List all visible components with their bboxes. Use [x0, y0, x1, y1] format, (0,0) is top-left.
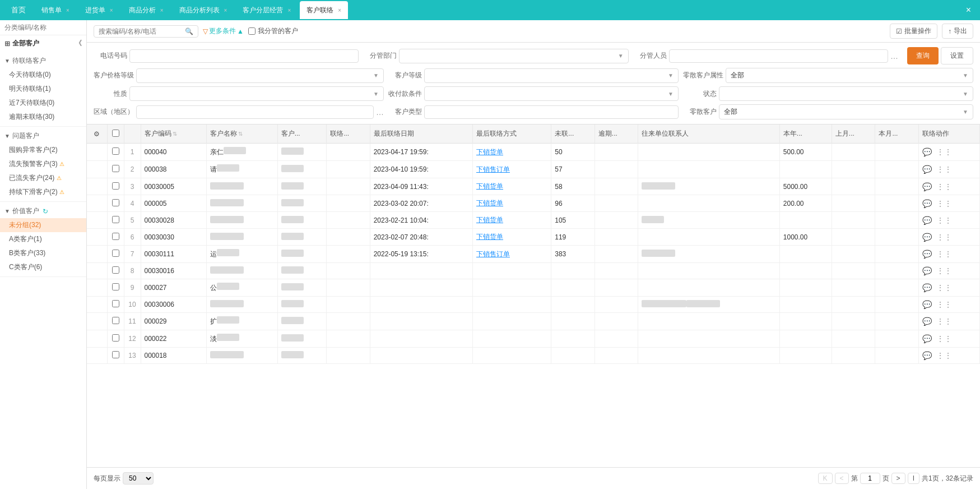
- sidebar-item-7days[interactable]: 近7天待联络(0): [0, 96, 86, 110]
- row-select-checkbox[interactable]: [112, 334, 119, 342]
- last-way-link[interactable]: 下销售订单: [476, 250, 510, 258]
- more-conditions-button[interactable]: ▽ 更多条件 ▲: [203, 26, 244, 36]
- tab-purchase-close[interactable]: ×: [110, 7, 113, 13]
- sidebar-item-declining[interactable]: 持续下滑客户(2) ⚠: [0, 185, 86, 199]
- more-action-icon[interactable]: ⋮⋮: [936, 233, 952, 242]
- next-page-button[interactable]: >: [891, 473, 905, 484]
- more-action-icon[interactable]: ⋮⋮: [936, 351, 952, 360]
- last-page-button[interactable]: I: [908, 473, 919, 484]
- page-number-input[interactable]: [860, 473, 880, 484]
- contact-icon[interactable]: 💬: [922, 266, 932, 275]
- row-checkbox[interactable]: [107, 348, 124, 364]
- contact-icon[interactable]: 💬: [922, 165, 932, 174]
- customer-level-select[interactable]: ▼: [424, 68, 679, 83]
- more-action-icon[interactable]: ⋮⋮: [936, 283, 952, 292]
- col-this-month-header[interactable]: 本月...: [875, 124, 919, 144]
- more-action-icon[interactable]: ⋮⋮: [936, 334, 952, 343]
- contact-icon[interactable]: 💬: [922, 317, 932, 326]
- contact-icon[interactable]: 💬: [922, 233, 932, 242]
- row-select-checkbox[interactable]: [112, 317, 119, 324]
- last-way-link[interactable]: 下销货单: [476, 233, 503, 241]
- row-select-checkbox[interactable]: [112, 300, 119, 307]
- row-checkbox[interactable]: [107, 229, 124, 246]
- row-select-checkbox[interactable]: [112, 165, 119, 172]
- row-select-checkbox[interactable]: [112, 250, 119, 257]
- sidebar-item-churn-warning[interactable]: 流失预警客户(3) ⚠: [0, 157, 86, 171]
- sidebar-search-input[interactable]: [4, 24, 87, 31]
- contact-icon[interactable]: 💬: [922, 351, 932, 360]
- row-checkbox[interactable]: [107, 330, 124, 348]
- contact-icon[interactable]: 💬: [922, 147, 932, 156]
- search-input[interactable]: [99, 27, 183, 35]
- tab-purchase[interactable]: 进货单 ×: [78, 1, 120, 19]
- manager-dots[interactable]: …: [890, 52, 898, 61]
- row-checkbox[interactable]: [107, 313, 124, 330]
- last-way-link[interactable]: 下销货单: [476, 148, 503, 156]
- first-page-button[interactable]: K: [818, 473, 833, 484]
- export-button[interactable]: ↑ 导出: [942, 24, 973, 39]
- col-settings[interactable]: ⚙: [87, 124, 107, 144]
- sidebar-item-overdue[interactable]: 逾期未联络(30): [0, 110, 86, 124]
- batch-operation-button[interactable]: ☑ 批量操作: [890, 24, 937, 39]
- area-dots[interactable]: …: [376, 108, 384, 117]
- last-way-link[interactable]: 下销货单: [476, 182, 503, 190]
- col-overdue-header[interactable]: 逾期...: [594, 124, 638, 144]
- my-customers-checkbox[interactable]: [248, 27, 256, 35]
- col-contact-header[interactable]: 联络...: [327, 124, 370, 144]
- row-select-checkbox[interactable]: [112, 216, 119, 223]
- nav-home[interactable]: 首页: [4, 3, 32, 17]
- more-action-icon[interactable]: ⋮⋮: [936, 216, 952, 225]
- more-action-icon[interactable]: ⋮⋮: [936, 266, 952, 275]
- status-select[interactable]: ▼: [719, 86, 973, 101]
- phone-input[interactable]: [129, 49, 359, 63]
- payment-select[interactable]: ▼: [424, 86, 679, 101]
- col-inter-company-header[interactable]: 往来单位联系人: [638, 124, 779, 144]
- col-no-contact-header[interactable]: 未联...: [551, 124, 595, 144]
- tab-analysis-close[interactable]: ×: [160, 7, 164, 13]
- collapse-icon[interactable]: 《: [75, 39, 82, 48]
- query-button[interactable]: 查询: [907, 47, 939, 64]
- more-action-icon[interactable]: ⋮⋮: [936, 250, 952, 259]
- nature-select[interactable]: ▼: [129, 86, 384, 101]
- sidebar-item-today[interactable]: 今天待联络(0): [0, 68, 86, 82]
- sidebar-item-ungroup[interactable]: 未分组(32): [0, 218, 86, 232]
- contact-icon[interactable]: 💬: [922, 182, 932, 191]
- col-last-date-header[interactable]: 最后联络日期: [370, 124, 472, 144]
- price-level-select[interactable]: ▼: [136, 68, 384, 83]
- row-checkbox[interactable]: [107, 195, 124, 212]
- row-select-checkbox[interactable]: [112, 233, 119, 240]
- contact-icon[interactable]: 💬: [922, 334, 932, 343]
- tab-sales[interactable]: 销售单 ×: [35, 1, 76, 19]
- customer-type-input[interactable]: [424, 105, 679, 119]
- col-type-header[interactable]: 客户...: [277, 124, 326, 144]
- tab-analysis[interactable]: 商品分析 ×: [122, 1, 170, 19]
- row-select-checkbox[interactable]: [112, 283, 119, 290]
- sidebar-item-hoarding[interactable]: 囤购异常客户(2): [0, 143, 86, 157]
- row-select-checkbox[interactable]: [112, 199, 119, 206]
- search-icon[interactable]: 🔍: [185, 27, 193, 35]
- pending-contact-title[interactable]: ▼ 待联络客户: [0, 54, 86, 68]
- col-code-header[interactable]: 客户编码⇅: [141, 124, 206, 144]
- last-way-link[interactable]: 下销货单: [476, 199, 503, 207]
- row-checkbox[interactable]: [107, 297, 124, 313]
- more-action-icon[interactable]: ⋮⋮: [936, 165, 952, 174]
- per-page-select[interactable]: 50 100 200: [123, 472, 154, 485]
- col-last-month-header[interactable]: 上月...: [832, 124, 875, 144]
- more-action-icon[interactable]: ⋮⋮: [936, 199, 952, 208]
- prev-page-button[interactable]: <: [835, 473, 849, 484]
- more-action-icon[interactable]: ⋮⋮: [936, 182, 952, 191]
- select-all-checkbox[interactable]: [112, 130, 119, 137]
- more-action-icon[interactable]: ⋮⋮: [936, 317, 952, 326]
- col-checkbox-header[interactable]: [107, 124, 124, 144]
- col-name-header[interactable]: 客户名称⇅: [206, 124, 277, 144]
- tab-customer-contact[interactable]: 客户联络 ×: [300, 1, 348, 19]
- problem-customers-title[interactable]: ▼ 问题客户: [0, 129, 86, 143]
- scattered-attr-select[interactable]: 全部 ▼: [726, 68, 973, 83]
- row-checkbox[interactable]: [107, 279, 124, 297]
- contact-icon[interactable]: 💬: [922, 250, 932, 259]
- more-action-icon[interactable]: ⋮⋮: [936, 300, 952, 309]
- row-checkbox[interactable]: [107, 212, 124, 229]
- manager-input[interactable]: [669, 49, 888, 63]
- contact-icon[interactable]: 💬: [922, 199, 932, 208]
- window-close-button[interactable]: ×: [962, 5, 976, 15]
